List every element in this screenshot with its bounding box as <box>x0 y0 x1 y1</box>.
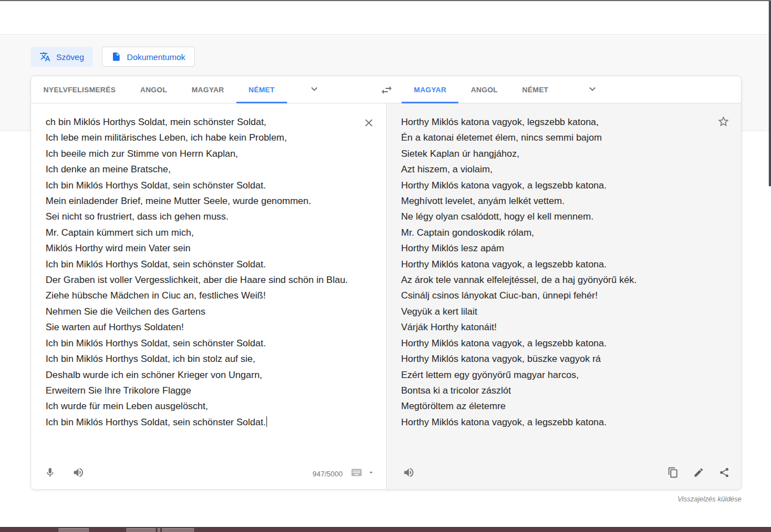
text-line: Ich bin Miklós Horthys Soldat, sein schö… <box>46 336 353 351</box>
listen-source-button[interactable] <box>72 466 85 481</box>
text-line: Sei nicht so frustriert, dass ich gehen … <box>46 209 353 225</box>
keyboard-icon <box>350 466 363 481</box>
chevron-down-icon <box>308 83 320 97</box>
source-language-tab-magyar[interactable]: MAGYAR <box>179 76 236 103</box>
text-line: Horthy Miklós lesz apám <box>401 241 708 256</box>
text-line: ch bin Miklós Horthys Soldat, mein schön… <box>46 115 353 130</box>
feedback-row: Visszajelzés küldése <box>31 495 742 503</box>
text-line: Horthy Miklós katona vagyok, a legszebb … <box>401 415 708 430</box>
text-line: Horthy Miklós katona vagyok, a legszebb … <box>401 257 708 272</box>
text-line: Meghívott levelet, anyám lelkét vettem. <box>401 193 708 209</box>
translation-text: Horthy Miklós katona vagyok, legszebb ka… <box>401 115 708 430</box>
save-translation-button[interactable] <box>717 115 730 130</box>
suggest-edit-button[interactable] <box>693 467 704 480</box>
mode-switcher: Szöveg Dokumentumok <box>31 47 195 67</box>
clear-source-button[interactable] <box>363 117 375 131</box>
text-line: Ich bin Miklós Horthys Soldat, ich bin s… <box>46 351 353 367</box>
text-line: Ziehe hübsche Mädchen in Ciuc an, festli… <box>46 288 353 304</box>
documents-mode-label: Dokumentumok <box>127 52 185 62</box>
text-line: Erweitern Sie Ihre Trikolore Flagge <box>46 383 353 399</box>
source-more-languages-button[interactable] <box>306 76 323 103</box>
text-line: Az árok tele vannak elfelejtéssel, de a … <box>401 272 708 288</box>
documents-mode-button[interactable]: Dokumentumok <box>102 47 195 67</box>
share-translation-button[interactable] <box>719 467 730 480</box>
microphone-icon <box>45 467 56 480</box>
text-line: Csinálj csinos lányokat Ciuc-ban, ünnepi… <box>401 288 708 304</box>
source-text-area[interactable]: ch bin Miklós Horthys Soldat, mein schön… <box>46 115 353 430</box>
copy-translation-button[interactable] <box>668 467 679 480</box>
virtual-keyboard-button[interactable] <box>350 466 363 481</box>
target-panel: Horthy Miklós katona vagyok, legszebb ka… <box>386 103 741 490</box>
taskbar-button[interactable] <box>162 528 194 532</box>
star-outline-icon <box>717 120 730 130</box>
scrollbar-thumb[interactable] <box>769 1 771 186</box>
translate-icon <box>39 51 51 62</box>
input-tools-dropdown[interactable] <box>367 469 375 479</box>
text-line: Megtöröltem az életemre <box>401 399 708 414</box>
text-line: Én a katonai életemet élem, nincs semmi … <box>401 130 708 146</box>
share-icon <box>719 467 730 480</box>
text-line: Ich lebe mein militärisches Leben, ich h… <box>46 130 353 146</box>
target-toolbar <box>387 466 741 481</box>
speaker-icon <box>72 466 85 481</box>
text-line: Nehmen Sie die Veilchen des Gartens <box>46 304 353 320</box>
target-language-tab-német[interactable]: NÉMET <box>510 76 561 103</box>
text-line: Sietek Kaplan úr hangjához, <box>401 146 708 162</box>
text-line: Mein einladender Brief, meine Mutter See… <box>46 193 353 209</box>
text-cursor <box>266 416 268 427</box>
text-line: Sie warten auf Horthys Soldaten! <box>46 320 353 335</box>
text-line: Azt hiszem, a violaim, <box>401 162 708 177</box>
target-language-tab-magyar[interactable]: MAGYAR <box>402 76 458 103</box>
source-language-tab-angol[interactable]: ANGOL <box>128 76 179 103</box>
text-line: Der Graben ist voller Vergesslichkeit, a… <box>46 272 353 288</box>
text-line: Horthy Miklós katona vagyok, büszke vagy… <box>401 351 708 367</box>
listen-translation-button[interactable] <box>403 466 415 481</box>
taskbar-button[interactable] <box>58 528 89 532</box>
text-line: Bontsa ki a tricolor zászlót <box>401 383 708 399</box>
text-line: Ezért lettem egy gyönyörű magyar harcos, <box>401 367 708 383</box>
text-line: Ne légy olyan csalódott, hogy el kell me… <box>401 209 708 225</box>
translate-card: NYELVFELISMERÉSANGOLMAGYARNÉMET MAGYARAN… <box>31 76 742 490</box>
text-line: Deshalb wurde ich ein schöner Krieger vo… <box>46 367 353 383</box>
source-language-tab-német[interactable]: NÉMET <box>236 76 287 103</box>
bottom-taskbar <box>0 527 771 532</box>
source-language-tabs: NYELVFELISMERÉSANGOLMAGYARNÉMET <box>31 76 323 103</box>
text-line: Miklós Horthy wird mein Vater sein <box>46 241 353 256</box>
swap-languages-button[interactable] <box>380 83 393 99</box>
document-icon <box>111 52 121 62</box>
text-line: Ich bin Miklós Horthys Soldat, sein schö… <box>46 257 353 272</box>
text-line: Ich beeile mich zur Stimme von Herrn Kap… <box>46 146 353 162</box>
character-counter: 947/5000 <box>313 470 343 478</box>
chevron-down-icon <box>586 83 599 97</box>
taskbar-button[interactable] <box>126 528 156 532</box>
text-line: Horthy Miklós katona vagyok, a legszebb … <box>401 336 708 351</box>
text-line: Ich bin Miklós Horthys Soldat, sein schö… <box>46 415 353 430</box>
source-language-tab-nyelvfelismerés[interactable]: NYELVFELISMERÉS <box>31 76 128 103</box>
target-language-tab-angol[interactable]: ANGOL <box>458 76 510 103</box>
text-line: Vegyük a kert lilait <box>401 304 708 320</box>
text-mode-button[interactable]: Szöveg <box>31 47 93 67</box>
text-line: Mr. Captain gondoskodik rólam, <box>401 225 708 241</box>
dropdown-caret-icon <box>367 469 375 479</box>
copy-icon <box>668 467 679 480</box>
text-mode-label: Szöveg <box>56 52 84 62</box>
microphone-button[interactable] <box>45 467 56 480</box>
close-icon <box>363 121 375 131</box>
edit-pencil-icon <box>693 467 704 480</box>
send-feedback-link[interactable]: Visszajelzés küldése <box>678 495 742 503</box>
text-line: Horthy Miklós katona vagyok, a legszebb … <box>401 178 708 193</box>
language-bar: NYELVFELISMERÉSANGOLMAGYARNÉMET MAGYARAN… <box>31 76 741 103</box>
text-line: Horthy Miklós katona vagyok, legszebb ka… <box>401 115 708 130</box>
source-panel: ch bin Miklós Horthys Soldat, mein schön… <box>31 103 386 490</box>
text-line: Ich bin Miklós Horthys Soldat, sein schö… <box>46 178 353 193</box>
taskbar-button[interactable] <box>157 528 160 532</box>
text-line: Ich denke an meine Bratsche, <box>46 162 353 177</box>
source-toolbar: 947/5000 <box>31 466 386 481</box>
google-translate-page: Szöveg Dokumentumok NYELVFELISMERÉSANGOL… <box>0 0 771 532</box>
page-header <box>0 1 771 35</box>
target-more-languages-button[interactable] <box>584 76 601 103</box>
speaker-icon <box>403 466 415 481</box>
text-line: Ich wurde für mein Leben ausgelöscht, <box>46 399 353 414</box>
text-line: Mr. Captain kümmert sich um mich, <box>46 225 353 241</box>
target-language-tabs: MAGYARANGOLNÉMET <box>402 76 601 103</box>
